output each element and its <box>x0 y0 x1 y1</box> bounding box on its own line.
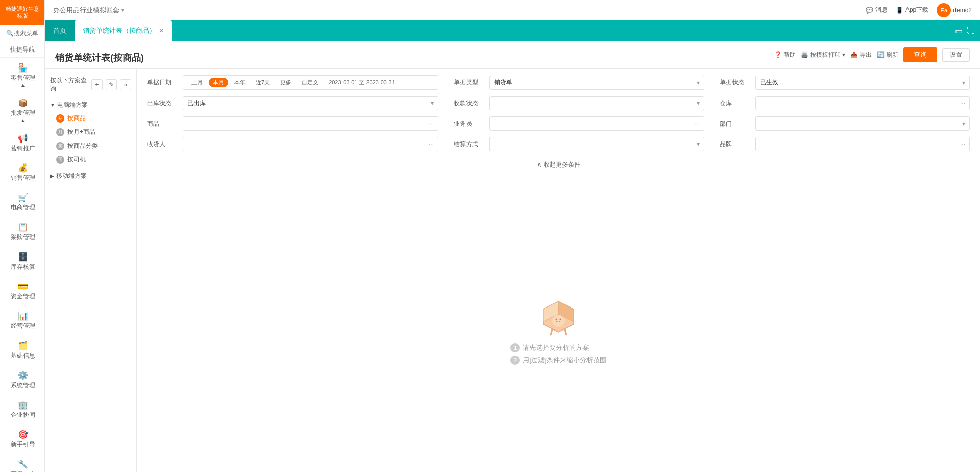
tab-home[interactable]: 首页 <box>45 20 75 41</box>
scheme-group-title-mobile[interactable]: ▶ 移动端方案 <box>45 170 136 182</box>
sidebar-item-ecommerce[interactable]: 🛒 电商管理 <box>0 187 44 217</box>
scheme-add-btn[interactable]: + <box>91 79 103 90</box>
sidebar-item-apps[interactable]: 🔧 应用中心 <box>0 454 44 472</box>
base-icon: 🗂️ <box>18 341 28 350</box>
search-menu[interactable]: 🔍 搜索菜单 <box>0 25 44 42</box>
svg-line-7 <box>565 329 566 335</box>
sidebar-item-sales[interactable]: 💰 销售管理 <box>0 158 44 187</box>
wholesale-label: 批发管理 <box>11 109 35 117</box>
out-control[interactable]: 已出库 ▾ <box>183 96 438 110</box>
brand-dots: ··· <box>960 140 965 148</box>
collapse-icon: ∧ <box>537 161 542 169</box>
collapse-btn[interactable]: ∧ 收起更多条件 <box>147 157 970 172</box>
system-label: 系统管理 <box>11 381 35 390</box>
warehouse-control[interactable]: ··· <box>755 96 970 110</box>
help-label: 帮助 <box>783 51 796 59</box>
print-btn[interactable]: 🖨️ 按模板打印 ▾ <box>801 51 845 59</box>
export-icon: 📤 <box>850 51 858 58</box>
date-pill-last-month[interactable]: 上月 <box>187 78 207 87</box>
app-download-btn[interactable]: 📱 App下载 <box>896 6 928 14</box>
dept-control[interactable]: ▾ <box>755 116 970 131</box>
scheme-header: 按以下方案查询 + ✎ « <box>45 74 136 96</box>
tab-maximize-btn[interactable]: ⛶ <box>967 26 975 36</box>
search-label: 搜索菜单 <box>14 29 38 38</box>
logo-text: 畅捷通好生意 <box>6 5 39 12</box>
salesperson-control[interactable]: ··· <box>489 116 704 131</box>
tip-num-1: 1 <box>510 343 520 352</box>
purchase-icon: 📋 <box>18 222 28 232</box>
ecommerce-label: 电商管理 <box>11 203 35 212</box>
sidebar-item-newbie[interactable]: 🎯 新手引导 <box>0 424 44 454</box>
type-control[interactable]: 销货单 ▾ <box>489 76 704 90</box>
message-icon: 💬 <box>866 7 873 14</box>
date-range-text: 2023-03-01 至 2023-03-31 <box>329 79 395 86</box>
tab-sales-stat[interactable]: 销货单统计表（按商品） ✕ <box>75 20 172 41</box>
sidebar-item-inventory[interactable]: 🗄️ 库存核算 <box>0 247 44 276</box>
inventory-label: 库存核算 <box>11 263 35 271</box>
tip-text-2: 用[过滤]条件来缩小分析范围 <box>523 356 606 365</box>
date-pill-this-month[interactable]: 本月 <box>209 78 228 87</box>
user-btn[interactable]: Ea demo2 <box>937 3 972 17</box>
brand-control[interactable]: ··· <box>755 137 970 151</box>
quick-nav[interactable]: 快捷导航 <box>0 42 44 58</box>
sidebar-item-purchase[interactable]: 📋 采购管理 <box>0 217 44 247</box>
date-pill-this-year[interactable]: 本年 <box>230 78 250 87</box>
filter-row-3: 商品 ··· 业务员 ··· 部门 <box>147 116 970 131</box>
salesperson-label: 业务员 <box>454 120 489 128</box>
sidebar-item-operation[interactable]: 📊 经营管理 <box>0 306 44 336</box>
help-icon: ❓ <box>774 51 782 58</box>
scheme-item-by-goods[interactable]: 商 按商品 <box>45 111 136 125</box>
enterprise-label: 企业协同 <box>11 411 35 419</box>
avatar: Ea <box>937 3 951 17</box>
refresh-btn[interactable]: 🔄 刷新 <box>877 51 898 59</box>
apps-label: 应用中心 <box>11 470 35 472</box>
dept-label: 部门 <box>720 120 755 128</box>
pay-control[interactable]: ▾ <box>489 96 704 110</box>
sidebar-item-marketing[interactable]: 📢 营销推广 <box>0 128 44 158</box>
svg-point-5 <box>560 318 561 320</box>
filter-and-results: 单据日期 上月 本月 本年 近7天 更多 自定义 2023-03-01 至 20… <box>137 69 980 472</box>
marketing-label: 营销推广 <box>11 144 35 153</box>
scheme-item-label-category: 按商品分类 <box>67 141 98 150</box>
scheme-collapse-btn[interactable]: « <box>120 79 131 90</box>
sidebar-item-retail[interactable]: 🏪 零售管理 ▲ <box>0 58 44 93</box>
sidebar-item-wholesale[interactable]: 📦 批发管理 ▲ <box>0 93 44 128</box>
sidebar-item-finance[interactable]: 💳 资金管理 <box>0 276 44 306</box>
status-control[interactable]: 已生效 ▾ <box>755 76 970 90</box>
settings-btn[interactable]: 设置 <box>942 48 970 62</box>
date-control[interactable]: 上月 本月 本年 近7天 更多 自定义 2023-03-01 至 2023-03… <box>183 75 438 90</box>
sidebar-item-system[interactable]: ⚙️ 系统管理 <box>0 365 44 395</box>
scheme-group-title-desktop[interactable]: ▼ 电脑端方案 <box>45 99 136 111</box>
operation-icon: 📊 <box>18 311 28 321</box>
wholesale-arrow: ▲ <box>20 117 26 123</box>
type-label: 单据类型 <box>454 78 489 87</box>
status-label: 单据状态 <box>720 78 755 87</box>
scheme-item-by-driver[interactable]: 司 按司机 <box>45 153 136 167</box>
message-btn[interactable]: 💬 消息 <box>866 6 888 14</box>
payment-control[interactable]: ▾ <box>489 137 704 151</box>
tab-minimize-btn[interactable]: ▭ <box>955 26 963 36</box>
date-pill-7days[interactable]: 近7天 <box>252 78 274 87</box>
scheme-item-by-category[interactable]: 类 按商品分类 <box>45 139 136 153</box>
group-title-label: 电脑端方案 <box>57 101 88 109</box>
goods-control[interactable]: ··· <box>183 116 438 131</box>
scheme-edit-btn[interactable]: ✎ <box>106 79 117 90</box>
sidebar-item-enterprise[interactable]: 🏢 企业协同 <box>0 395 44 424</box>
empty-tips: 1 请先选择要分析的方案 2 用[过滤]条件来缩小分析范围 <box>510 343 606 365</box>
export-btn[interactable]: 📤 导出 <box>850 51 872 59</box>
inventory-icon: 🗄️ <box>18 252 28 262</box>
topbar-chevron[interactable]: ▾ <box>121 7 124 13</box>
refresh-icon: 🔄 <box>877 51 885 58</box>
date-pill-custom[interactable]: 自定义 <box>298 78 323 87</box>
tab-sales-stat-close[interactable]: ✕ <box>159 27 164 34</box>
topbar-title: 办公用品行业模拟账套 ▾ <box>53 6 124 15</box>
receiver-control[interactable]: ··· <box>183 137 438 151</box>
sidebar-item-base[interactable]: 🗂️ 基础信息 <box>0 336 44 365</box>
newbie-icon: 🎯 <box>18 430 28 439</box>
help-btn[interactable]: ❓ 帮助 <box>774 51 796 59</box>
query-btn[interactable]: 查询 <box>903 47 937 62</box>
scheme-item-by-month-goods[interactable]: 月 按月+商品 <box>45 125 136 139</box>
scheme-group-desktop: ▼ 电脑端方案 商 按商品 月 按月+商品 类 按商品分类 <box>45 99 136 167</box>
date-pill-more[interactable]: 更多 <box>276 78 296 87</box>
username: demo2 <box>953 7 972 14</box>
